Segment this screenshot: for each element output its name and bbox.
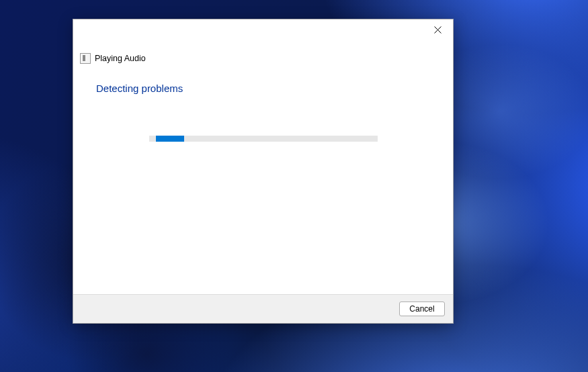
- cancel-button[interactable]: Cancel: [399, 301, 445, 316]
- app-title: Playing Audio: [95, 54, 146, 63]
- audio-troubleshooter-icon: [80, 53, 91, 64]
- header-row: Playing Audio: [73, 53, 453, 64]
- progress-fill: [156, 136, 184, 142]
- progress-container: [96, 136, 430, 142]
- titlebar: [73, 19, 453, 45]
- status-heading: Detecting problems: [96, 83, 430, 94]
- troubleshooter-dialog: Playing Audio Detecting problems Cancel: [73, 19, 454, 324]
- dialog-content: Detecting problems: [73, 64, 453, 294]
- close-icon: [434, 26, 442, 34]
- close-button[interactable]: [422, 19, 453, 40]
- dialog-footer: Cancel: [73, 294, 453, 323]
- progress-bar: [149, 136, 378, 142]
